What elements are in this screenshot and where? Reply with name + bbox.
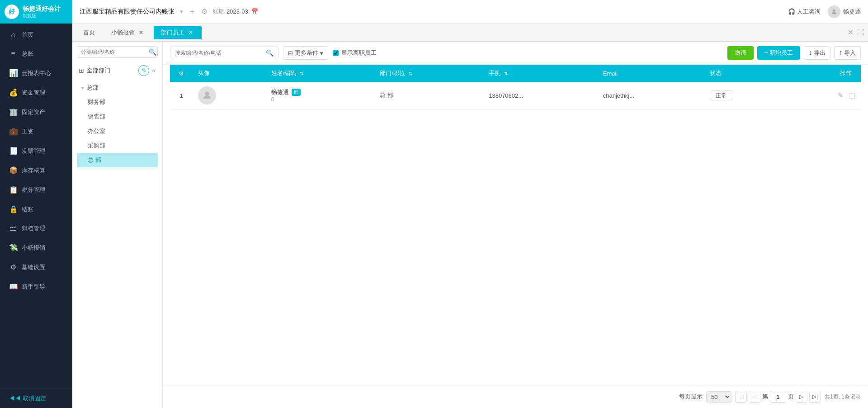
add-employee-button[interactable]: + 新增员工 [757, 46, 800, 60]
page-size-select[interactable]: 50 10 20 100 [706, 391, 731, 403]
sidebar-item-inventory[interactable]: 📦 库存核算 [0, 161, 72, 180]
dept-badge: 部 [292, 89, 301, 96]
sidebar-item-settings[interactable]: ⚙ 基础设置 [0, 257, 72, 277]
last-page-button[interactable]: ▷| [809, 391, 821, 403]
toolbar-actions: 邀请 + 新增员工 ⤵ 导出 ⤴ 导入 [727, 46, 861, 60]
sidebar-item-label: 云报表中心 [22, 69, 51, 77]
dept-item-sales[interactable]: 销售部 [77, 109, 158, 124]
col-email: Email [598, 65, 704, 82]
tab-home[interactable]: 首页 [76, 26, 102, 39]
salary-icon: 💼 [9, 127, 17, 136]
dept-item-finance[interactable]: 财务部 [77, 95, 158, 109]
logout-button[interactable]: ⬚ [849, 91, 855, 100]
main-area: 江西服宝精品有限责任公司内账张 ▾ ＋ ⚙ 账期 2023-03 📅 🎧 人工咨… [72, 0, 868, 408]
sidebar-item-label: 库存核算 [22, 166, 45, 175]
employee-search-box[interactable]: 🔍 [170, 47, 278, 59]
prev-page-button[interactable]: ◁ [749, 391, 760, 403]
employee-search-input[interactable] [175, 50, 266, 56]
employee-toolbar: 🔍 ⊟ 更多条件 ▾ 显示离职员工 邀请 + 新增员工 ⤵ 导出 [163, 42, 868, 65]
tab-expense-close[interactable]: ✕ [137, 29, 145, 36]
dept-search-icon[interactable]: 🔍 [149, 48, 156, 56]
calendar-icon[interactable]: 📅 [251, 8, 258, 15]
sidebar-item-salary[interactable]: 💼 工资 [0, 122, 72, 141]
cell-avatar [193, 82, 266, 109]
collapse-icon[interactable]: « [152, 66, 156, 75]
more-filter-label: 更多条件 [295, 49, 318, 57]
name-badge: 畅捷通 部 [271, 88, 369, 96]
dept-item-purchase[interactable]: 采购部 [77, 138, 158, 153]
show-resigned-checkbox[interactable]: 显示离职员工 [333, 49, 377, 57]
add-company-icon[interactable]: ＋ [189, 7, 196, 16]
employee-avatar [198, 86, 216, 104]
user-name: 畅捷通 [843, 8, 861, 16]
topbar-settings-icon[interactable]: ⚙ [201, 7, 208, 16]
dept-header: ⊞ 全部部门 ✎ « [77, 62, 158, 79]
col-actions: 操作 [789, 65, 861, 82]
col-dept[interactable]: 部门/职位 ⇅ [374, 65, 483, 82]
tab-employees-close[interactable]: ✕ [187, 29, 194, 36]
cell-dept: 总 部 [374, 82, 483, 109]
avatar [828, 5, 840, 18]
company-dropdown-icon[interactable]: ▾ [180, 8, 183, 15]
invoice-icon: 🧾 [9, 147, 17, 155]
sidebar-item-label: 基础设置 [22, 263, 45, 271]
invite-button[interactable]: 邀请 [727, 46, 754, 60]
dept-item-office[interactable]: 办公室 [77, 124, 158, 138]
page-size-dropdown[interactable]: 50 10 20 100 [706, 391, 731, 403]
col-settings[interactable]: ⚙ [170, 65, 193, 82]
logo-icon: 好 [5, 5, 19, 19]
unpin-button[interactable]: ◀◀ 取消固定 [0, 389, 72, 408]
sidebar-item-label: 归档管理 [22, 224, 45, 232]
sidebar-item-checkout[interactable]: 🔒 结账 [0, 199, 72, 219]
sidebar-item-guide[interactable]: 📖 新手引导 [0, 277, 72, 296]
filter-icon: ⊟ [288, 50, 293, 57]
maximize-icon[interactable]: ⛶ [857, 28, 864, 37]
company-name: 江西服宝精品有限责任公司内账张 [80, 8, 175, 16]
employee-code: 0 [271, 96, 369, 103]
dept-item-general[interactable]: ▼ 总部 [77, 81, 158, 95]
sidebar-item-ledger[interactable]: ≡ 总账 [0, 44, 72, 63]
dept-edit-button[interactable]: ✎ [138, 65, 149, 76]
support-button[interactable]: 🎧 人工咨询 [788, 8, 821, 16]
archive-icon: 🗃 [9, 224, 17, 232]
more-filter-button[interactable]: ⊟ 更多条件 ▾ [283, 46, 328, 60]
total-info: 共1页, 1条记录 [825, 393, 861, 401]
first-page-button[interactable]: |◁ [735, 391, 747, 403]
dept-search-input[interactable] [81, 49, 149, 55]
sidebar-item-label: 发票管理 [22, 147, 45, 155]
chevron-down-icon: ▾ [320, 50, 323, 57]
sidebar-item-home[interactable]: ⌂ 首页 [0, 25, 72, 44]
page-input[interactable] [770, 391, 786, 403]
col-phone[interactable]: 手机 ⇅ [483, 65, 598, 82]
home-icon: ⌂ [9, 31, 17, 39]
sidebar-item-funds[interactable]: 💰 资金管理 [0, 83, 72, 102]
tab-employees[interactable]: 部门员工 ✕ [154, 26, 202, 39]
user-menu[interactable]: 畅捷通 [828, 5, 861, 18]
sidebar-item-reports[interactable]: 📊 云报表中心 [0, 63, 72, 83]
dept-search-box[interactable]: 🔍 [77, 46, 158, 58]
tab-expense[interactable]: 小畅报销 ✕ [104, 26, 152, 39]
sort-arrows: ⇅ [300, 71, 303, 76]
col-name[interactable]: 姓名/编码 ⇅ [266, 65, 375, 82]
sidebar-item-expense[interactable]: 💸 小畅报销 [0, 238, 72, 257]
dept-item-head[interactable]: 总 部 [77, 153, 158, 167]
sidebar-item-archive[interactable]: 🗃 归档管理 [0, 219, 72, 238]
resigned-checkbox-input[interactable] [333, 50, 339, 56]
next-page-button[interactable]: ▷ [796, 391, 807, 403]
sort-arrows-phone: ⇅ [504, 71, 508, 76]
dept-tree: ▼ 总部 财务部 销售部 办公室 采购部 总 部 [77, 81, 158, 167]
sidebar-item-assets[interactable]: 🏢 固定资产 [0, 102, 72, 122]
export-button[interactable]: ⤵ 导出 [804, 46, 830, 60]
sidebar-item-tax[interactable]: 📋 税务管理 [0, 180, 72, 199]
edit-button[interactable]: ✎ [838, 91, 844, 100]
action-btns: ✎ ⬚ [794, 91, 855, 100]
close-window-icon[interactable]: ✕ [848, 28, 854, 37]
sidebar-item-label: 工资 [22, 128, 33, 136]
employee-search-icon[interactable]: 🔍 [266, 49, 274, 57]
sidebar-item-label: 税务管理 [22, 186, 45, 194]
period-label: 账期 [213, 8, 224, 15]
import-button[interactable]: ⤴ 导入 [834, 46, 861, 60]
pagination: 每页显示 50 10 20 100 |◁ ◁ 第 页 ▷ ▷| [163, 385, 868, 408]
app-name: 畅捷通好会计 [23, 5, 61, 13]
sidebar-item-invoice[interactable]: 🧾 发票管理 [0, 141, 72, 161]
